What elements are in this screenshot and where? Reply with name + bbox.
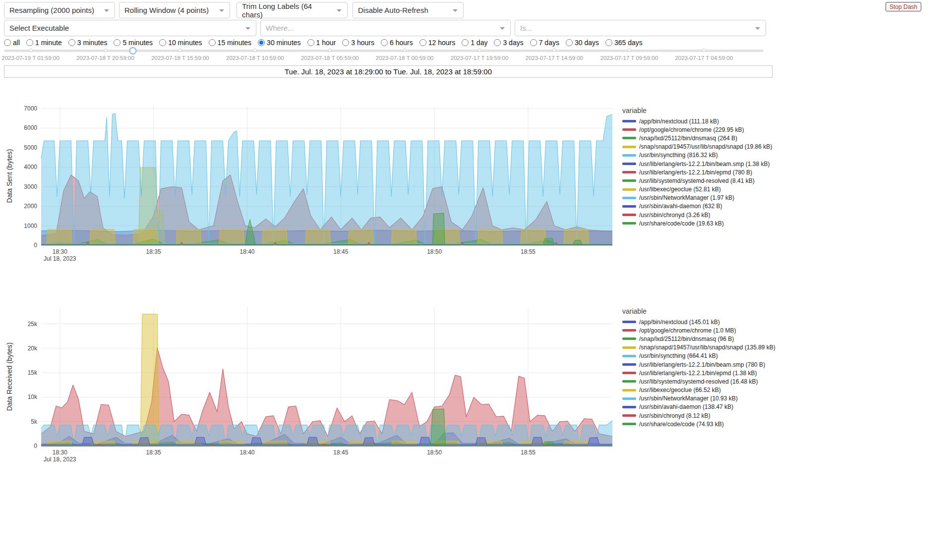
dashboard-page: Resampling (2000 points)Rolling Window (…	[0, 0, 952, 560]
legend-entry[interactable]: /usr/sbin/chronyd (3.26 kB)	[622, 211, 771, 219]
where-dropdown-placeholder: Where...	[266, 24, 294, 32]
interval-option[interactable]: 10 minutes	[159, 39, 202, 47]
stop-dash-button[interactable]: Stop Dash	[886, 2, 921, 11]
legend-entry[interactable]: /snap/snapd/19457/usr/lib/snapd/snapd (1…	[622, 343, 771, 352]
slider-tick-dot	[29, 49, 32, 52]
plot-area[interactable]: 05k10k15k20k25k18:30Jul 18, 202318:3518:…	[0, 302, 620, 468]
legend-entry[interactable]: /usr/lib/systemd/systemd-resolved (8.41 …	[622, 176, 771, 185]
legend-entry[interactable]: /usr/lib/erlang/erts-12.2.1/bin/beam.smp…	[622, 360, 771, 369]
chart-data-sent[interactable]: 0100020003000400050006000700018:30Jul 18…	[0, 102, 620, 270]
interval-label: 3 minutes	[77, 39, 108, 47]
interval-option[interactable]: all	[4, 39, 20, 47]
legend-entry[interactable]: /usr/sbin/avahi-daemon (138.47 kB)	[622, 403, 771, 411]
interval-radio[interactable]	[4, 39, 11, 46]
legend-entry[interactable]: /usr/bin/syncthing (664.41 kB)	[622, 352, 771, 360]
chevron-down-icon	[453, 9, 458, 12]
interval-option[interactable]: 5 minutes	[114, 39, 153, 47]
interval-radio[interactable]	[381, 39, 388, 46]
interval-radio[interactable]	[530, 39, 537, 46]
chart-data-received[interactable]: 05k10k15k20k25k18:30Jul 18, 202318:3518:…	[0, 302, 620, 470]
legend-entry[interactable]: /usr/lib/erlang/erts-12.2.1/bin/epmd (78…	[622, 168, 771, 176]
legend-label: /usr/sbin/avahi-daemon (138.47 kB)	[639, 403, 733, 410]
toolbar-dropdown-3[interactable]: Disable Auto-Refresh	[353, 2, 464, 18]
interval-option[interactable]: 365 days	[605, 39, 643, 47]
interval-radio[interactable]	[462, 39, 469, 46]
legend-entry[interactable]: /snap/lxd/25112/bin/dnsmasq (96 B)	[622, 335, 771, 343]
toolbar-dropdown-label: Rolling Window (4 points)	[124, 6, 209, 14]
legend-entry[interactable]: /usr/sbin/chronyd (8.12 kB)	[622, 411, 771, 420]
chevron-down-icon	[500, 27, 505, 30]
legend-swatch	[622, 414, 636, 417]
legend-entry[interactable]: /app/bin/nextcloud (111.18 kB)	[622, 117, 771, 125]
legend-swatch	[622, 171, 636, 173]
svg-text:18:40: 18:40	[239, 248, 254, 255]
slider-tick-dot	[702, 49, 706, 52]
y-axis-title: Data Received (bytes)	[5, 342, 13, 411]
legend-entry[interactable]: /usr/libexec/geoclue (52.81 kB)	[622, 185, 771, 194]
slider-mark-label: 2023-07-17 T 14:59:00	[526, 55, 584, 61]
interval-option[interactable]: 1 day	[462, 39, 487, 47]
legend-entry[interactable]: /opt/google/chrome/chrome (229.95 kB)	[622, 125, 771, 134]
legend-label: /usr/libexec/geoclue (52.81 kB)	[639, 186, 721, 193]
legend-entry[interactable]: /usr/bin/syncthing (816.32 kB)	[622, 151, 771, 160]
interval-radio[interactable]	[26, 39, 33, 46]
legend-label: /usr/sbin/chronyd (3.26 kB)	[639, 212, 710, 219]
interval-radio[interactable]	[605, 39, 612, 46]
legend-entry[interactable]: /usr/lib/erlang/erts-12.2.1/bin/epmd (1.…	[622, 369, 771, 377]
svg-text:0: 0	[34, 443, 37, 449]
legend-entry[interactable]: /usr/sbin/avahi-daemon (632 B)	[622, 202, 771, 211]
slider-mark-label: 2023-07-18 T 20:59:00	[76, 55, 134, 61]
interval-option[interactable]: 30 days	[566, 39, 599, 47]
interval-option[interactable]: 15 minutes	[209, 39, 251, 47]
legend-label: /usr/share/code/code (74.93 kB)	[639, 421, 724, 428]
interval-radio[interactable]	[307, 39, 314, 46]
legend-entry[interactable]: /usr/libexec/geoclue (66.52 kB)	[622, 386, 771, 394]
interval-option[interactable]: 3 minutes	[68, 39, 108, 47]
interval-option[interactable]: 1 hour	[307, 39, 336, 47]
interval-radio[interactable]	[114, 39, 120, 46]
interval-option[interactable]: 30 minutes	[258, 39, 300, 47]
legend-entry[interactable]: /usr/share/code/code (74.93 kB)	[622, 420, 771, 428]
chevron-down-icon	[104, 9, 109, 12]
legend-entry[interactable]: /usr/sbin/NetworkManager (1.97 kB)	[622, 194, 771, 202]
legend-swatch	[622, 197, 636, 199]
where-dropdown[interactable]: Where...	[260, 20, 511, 36]
slider-tick-dot	[552, 49, 556, 52]
legend-entry[interactable]: /snap/lxd/25112/bin/dnsmasq (264 B)	[622, 134, 771, 142]
legend-label: /snap/lxd/25112/bin/dnsmasq (264 B)	[639, 135, 737, 142]
time-slider-rail[interactable]	[4, 50, 764, 52]
interval-label: 365 days	[614, 39, 643, 47]
toolbar-dropdown-0[interactable]: Resampling (2000 points)	[4, 2, 115, 18]
legend-entry[interactable]: /usr/lib/systemd/systemd-resolved (16.48…	[622, 377, 771, 386]
executable-dropdown[interactable]: Select Executable	[4, 20, 256, 36]
toolbar-dropdown-1[interactable]: Rolling Window (4 points)	[119, 2, 230, 18]
slider-handle[interactable]	[129, 47, 137, 55]
legend-entry[interactable]: /snap/snapd/19457/usr/lib/snapd/snapd (1…	[622, 143, 771, 151]
interval-radio[interactable]	[209, 39, 216, 46]
svg-text:3000: 3000	[24, 183, 37, 190]
interval-option[interactable]: 3 hours	[342, 39, 374, 47]
legend-entry[interactable]: /usr/sbin/NetworkManager (10.93 kB)	[622, 394, 771, 403]
interval-radio[interactable]	[494, 39, 501, 46]
plot-area[interactable]: 0100020003000400050006000700018:30Jul 18…	[0, 102, 620, 268]
interval-option[interactable]: 7 days	[530, 39, 559, 47]
is-dropdown[interactable]: Is...	[515, 20, 766, 36]
interval-option[interactable]: 1 minute	[26, 39, 62, 47]
interval-radio[interactable]	[566, 39, 573, 46]
legend-entry[interactable]: /usr/lib/erlang/erts-12.2.1/bin/beam.smp…	[622, 160, 771, 168]
legend-entry[interactable]: /usr/share/code/code (19.63 kB)	[622, 219, 771, 227]
interval-radio[interactable]	[68, 39, 75, 46]
svg-text:6000: 6000	[24, 124, 37, 131]
legend-entry[interactable]: /opt/google/chrome/chrome (1.0 MB)	[622, 326, 771, 335]
slider-mark-label: 2023-07-17 T 04:59:00	[675, 55, 733, 61]
interval-radio[interactable]	[258, 39, 265, 46]
legend-entry[interactable]: /app/bin/nextcloud (145.01 kB)	[622, 318, 771, 326]
interval-radio[interactable]	[159, 39, 166, 46]
interval-option[interactable]: 12 hours	[419, 39, 455, 47]
toolbar-dropdown-2[interactable]: Trim Long Labels (64 chars)	[237, 2, 348, 18]
interval-radio[interactable]	[419, 39, 426, 46]
interval-label: 1 day	[471, 39, 487, 47]
interval-option[interactable]: 6 hours	[381, 39, 413, 47]
interval-radio[interactable]	[342, 39, 349, 46]
interval-option[interactable]: 3 days	[494, 39, 523, 47]
